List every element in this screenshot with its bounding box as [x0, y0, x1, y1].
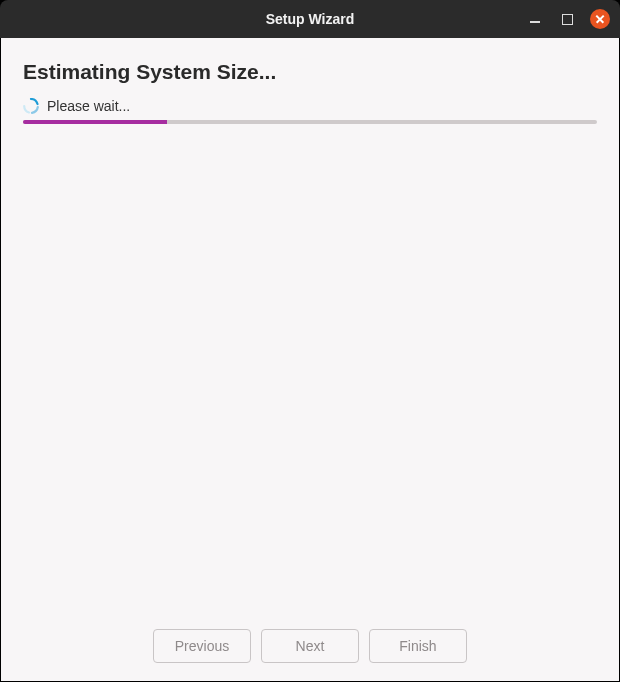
footer-buttons: Previous Next Finish	[23, 615, 597, 663]
maximize-icon[interactable]	[558, 10, 576, 28]
finish-button[interactable]: Finish	[369, 629, 467, 663]
previous-button[interactable]: Previous	[153, 629, 251, 663]
progress-fill	[23, 120, 167, 124]
spinner-icon	[23, 98, 39, 114]
next-button[interactable]: Next	[261, 629, 359, 663]
setup-wizard-window: Setup Wizard Estimating System Size... P…	[0, 0, 620, 682]
content-spacer	[23, 124, 597, 615]
status-text: Please wait...	[47, 98, 130, 114]
progress-bar	[23, 120, 597, 124]
status-row: Please wait...	[23, 98, 597, 114]
window-controls	[526, 0, 610, 38]
page-heading: Estimating System Size...	[23, 60, 597, 84]
titlebar: Setup Wizard	[0, 0, 620, 38]
window-title: Setup Wizard	[266, 11, 355, 27]
minimize-icon[interactable]	[526, 10, 544, 28]
content-area: Estimating System Size... Please wait...…	[0, 38, 620, 682]
close-icon[interactable]	[590, 9, 610, 29]
